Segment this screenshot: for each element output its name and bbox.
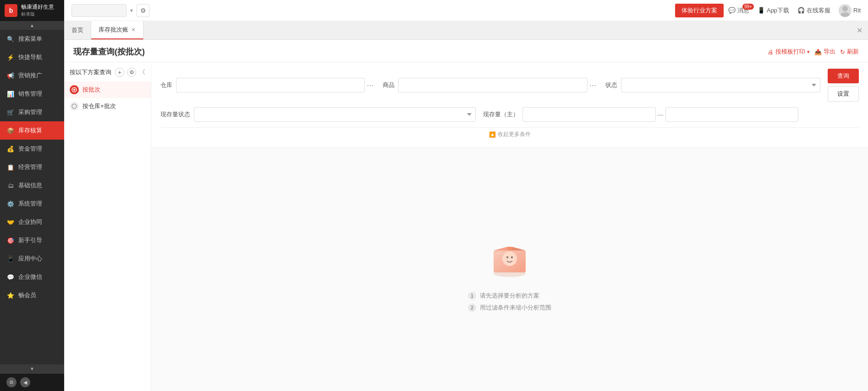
hint-text-2: 用过滤条件来缩小分析范围: [480, 304, 551, 312]
basics-icon: 🗂: [6, 181, 15, 190]
sidebar-item-basics[interactable]: 🗂 基础信息: [0, 176, 64, 195]
app-download-button[interactable]: 📱 App下载: [758, 6, 789, 15]
content-area: 按以下方案查询 + ⚙ 《 按批次 按仓库+批次: [64, 62, 868, 391]
inventory-qty-to-input[interactable]: [665, 107, 799, 122]
warehouse-more-btn[interactable]: ···: [365, 81, 375, 90]
experience-btn[interactable]: 体验行业方案: [675, 4, 724, 17]
sidebar-item-inventory-label: 库存核算: [18, 126, 42, 135]
messages-button[interactable]: 💬 消息 99+: [728, 6, 749, 15]
sidebar-item-basics-label: 基础信息: [18, 181, 42, 190]
scheme-icon-batch: [70, 85, 79, 94]
quick-nav-icon: ⚡: [6, 53, 15, 61]
product-more-btn[interactable]: ···: [588, 81, 598, 90]
warehouse-filter-group: 仓库 ···: [160, 78, 375, 92]
sidebar-item-inventory[interactable]: 📦 库存核算: [0, 121, 64, 140]
sidebar-item-system[interactable]: ⚙️ 系统管理: [0, 195, 64, 213]
sidebar-item-system-label: 系统管理: [18, 200, 42, 208]
add-scheme-button[interactable]: +: [115, 68, 124, 77]
svg-point-1: [841, 12, 850, 17]
sidebar-item-vip[interactable]: ⭐ 畅会员: [0, 286, 64, 304]
purchase-icon: 🛒: [6, 108, 15, 116]
topbar-gear-button[interactable]: ⚙: [137, 4, 149, 17]
user-avatar-area[interactable]: Rit: [839, 4, 861, 17]
sidebar-item-quick-nav[interactable]: ⚡ 快捷导航: [0, 48, 64, 66]
sidebar-collapse-icon[interactable]: ◀: [20, 377, 30, 387]
scheme-item-warehouse-batch[interactable]: 按仓库+批次: [64, 98, 151, 114]
app-download-label: App下载: [767, 6, 789, 15]
tab-close-icon[interactable]: ✕: [131, 27, 136, 33]
topbar-dropdown-icon[interactable]: ▾: [130, 7, 133, 14]
scheme-item-batch[interactable]: 按批次: [64, 81, 151, 98]
query-button[interactable]: 查询: [828, 69, 859, 83]
online-service-button[interactable]: 🎧 在线客服: [797, 6, 830, 15]
left-panel-header: 按以下方案查询 + ⚙ 《: [64, 68, 151, 81]
sidebar-item-sales[interactable]: 📊 销售管理: [0, 85, 64, 103]
finance-icon: 💰: [6, 145, 15, 153]
sidebar-scroll-down[interactable]: ▼: [0, 364, 64, 373]
panel-collapse-icon[interactable]: 《: [139, 68, 145, 76]
svg-rect-10: [496, 253, 504, 254]
topbar-input-area: ▾ ⚙: [71, 4, 670, 17]
status-select[interactable]: [621, 78, 820, 92]
page-title: 现存量查询(按批次): [73, 46, 145, 57]
inventory-qty-filter-group: 现存量（主） —: [483, 107, 798, 122]
export-icon: 📤: [814, 49, 822, 55]
svg-point-7: [502, 251, 517, 266]
sidebar-settings-icon[interactable]: ⚙: [6, 377, 16, 387]
sidebar-logo: b: [5, 4, 17, 17]
template-print-label: 按模板打印: [775, 48, 805, 56]
topbar-right: 💬 消息 99+ 📱 App下载 🎧 在线客服 Rit: [728, 4, 861, 17]
sidebar-item-enterprise[interactable]: 🤝 企业协同: [0, 213, 64, 231]
filter-settings-button[interactable]: 设置: [828, 86, 859, 102]
product-input[interactable]: [398, 78, 587, 92]
svg-point-8: [506, 256, 508, 258]
tabbar: 首页 库存批次账 ✕ ✕: [64, 21, 868, 40]
export-label: 导出: [824, 48, 835, 56]
operations-icon: 📋: [6, 163, 15, 171]
sidebar-item-guide[interactable]: 🎯 新手引导: [0, 231, 64, 250]
inventory-qty-label: 现存量（主）: [483, 110, 519, 119]
topbar-search-input[interactable]: [71, 4, 126, 17]
empty-hint-1: 1 请先选择要分析的方案: [468, 292, 551, 300]
sidebar-item-enterprise-label: 企业协同: [18, 218, 42, 226]
enterprise-icon: 🤝: [6, 218, 15, 226]
sidebar-scroll-up[interactable]: ▲: [0, 21, 64, 30]
warehouse-input[interactable]: [176, 78, 365, 92]
inventory-status-select[interactable]: [194, 107, 476, 122]
sidebar-nav: 🔍 搜索菜单 ⚡ 快捷导航 📢 营销推广 📊 销售管理 🛒 采购管理 📦 库存核…: [0, 30, 64, 364]
filter-row-2: 现存量状态 现存量（主） —: [160, 107, 859, 122]
sidebar-item-operations-label: 经营管理: [18, 163, 42, 171]
tab-close-all-icon[interactable]: ✕: [857, 26, 863, 35]
sidebar-item-marketing[interactable]: 📢 营销推广: [0, 66, 64, 85]
sidebar-item-marketing-label: 营销推广: [18, 71, 42, 80]
sidebar-item-search[interactable]: 🔍 搜索菜单: [0, 30, 64, 48]
collapse-label: 收起更多条件: [498, 130, 531, 138]
sidebar-edition: 标准版: [21, 11, 54, 17]
collapse-bar[interactable]: 🔼 收起更多条件: [160, 127, 859, 141]
scheme-settings-button[interactable]: ⚙: [127, 68, 136, 77]
user-avatar: [839, 4, 852, 17]
inventory-icon: 📦: [6, 126, 15, 135]
inventory-qty-from-input[interactable]: [522, 107, 656, 122]
right-panel: 仓库 ··· 商品 ··· 状态: [151, 62, 868, 391]
service-icon: 🎧: [797, 7, 805, 14]
svg-rect-6: [507, 247, 512, 250]
sidebar-footer: ⚙ ◀: [0, 373, 64, 391]
sidebar-item-app-center[interactable]: 📱 应用中心: [0, 250, 64, 268]
page-actions: 🖨 按模板打印 ▾ 📤 导出 ↻ 刷新: [768, 48, 859, 56]
app-center-icon: 📱: [6, 255, 15, 263]
phone-icon: 📱: [758, 7, 765, 14]
sidebar-item-finance[interactable]: 💰 资金管理: [0, 140, 64, 158]
sidebar-item-operations[interactable]: 📋 经营管理: [0, 158, 64, 176]
tab-inventory-batch[interactable]: 库存批次账 ✕: [91, 21, 143, 39]
svg-point-0: [842, 6, 848, 11]
left-panel-actions: + ⚙ 《: [115, 68, 145, 77]
export-button[interactable]: 📤 导出: [814, 48, 835, 56]
scheme-icon-warehouse-batch: [70, 102, 79, 111]
refresh-button[interactable]: ↻ 刷新: [840, 48, 859, 56]
sidebar-item-purchase[interactable]: 🛒 采购管理: [0, 103, 64, 121]
svg-point-9: [511, 256, 513, 258]
tab-home[interactable]: 首页: [64, 22, 91, 39]
sidebar-item-wechat[interactable]: 💬 企业微信: [0, 268, 64, 286]
template-print-button[interactable]: 🖨 按模板打印 ▾: [768, 48, 810, 56]
